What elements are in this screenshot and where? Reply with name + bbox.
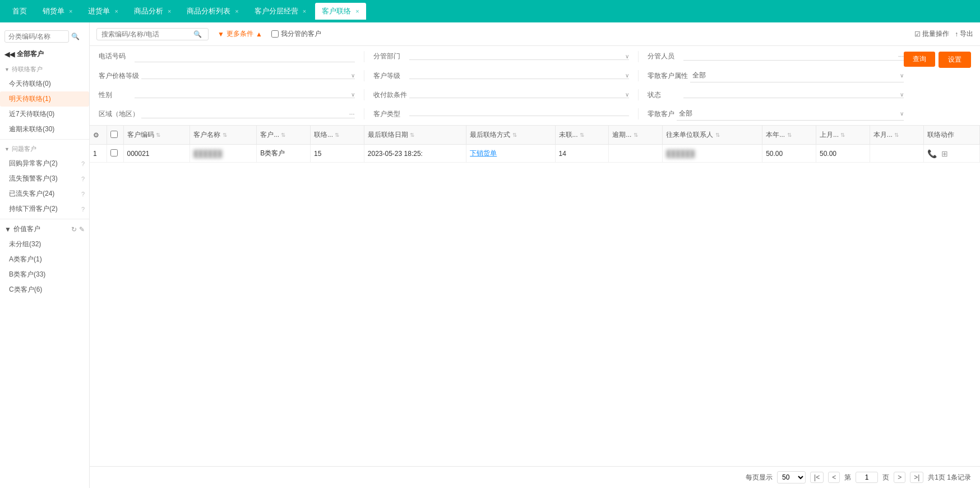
sidebar-item-overdue-contact[interactable]: 逾期未联络(30) (0, 122, 89, 137)
sidebar-item-churned[interactable]: 已流失客户(24) ? (0, 186, 89, 201)
nav-customer-contact-close[interactable]: × (355, 8, 359, 15)
phone-action-icon[interactable]: 📞 (927, 149, 937, 158)
sidebar-item-ungrouped[interactable]: 未分组(32) (0, 237, 89, 252)
th-last-contact-method: 最后联络方式 ⇅ (466, 126, 555, 145)
next-page-btn[interactable]: > (894, 472, 905, 483)
thismonth-sort-icon[interactable]: ⇅ (894, 132, 899, 138)
row-checkbox[interactable] (110, 149, 118, 156)
manager-dots: ··· (898, 52, 904, 60)
prev-page-btn[interactable]: < (828, 472, 840, 483)
last-page-btn[interactable]: >| (910, 472, 923, 483)
sidebar-item-declining[interactable]: 持续下滑客户(2) ? (0, 201, 89, 217)
sidebar-item-tomorrow-contact[interactable]: 明天待联络(1) (0, 91, 89, 107)
my-customer-checkbox[interactable] (271, 30, 279, 38)
filter-payment-select[interactable]: ∨ (409, 91, 630, 98)
filter-dept-select[interactable]: ∨ (409, 53, 630, 60)
search-icon[interactable]: 🔍 (193, 30, 202, 38)
unit-sort-icon[interactable]: ⇅ (715, 132, 720, 138)
filter-manager-select[interactable]: ··· (683, 52, 904, 61)
page-number-input[interactable] (856, 472, 878, 483)
nav-customer-tier[interactable]: 客户分层经营 × (248, 3, 313, 20)
help-icon-4[interactable]: ? (81, 206, 85, 213)
nav-home[interactable]: 首页 (6, 3, 34, 20)
filter-divider-7 (364, 108, 364, 119)
sidebar-item-7day-contact[interactable]: 近7天待联络(0) (0, 107, 89, 122)
filter-divider-1 (364, 51, 364, 62)
code-sort-icon[interactable]: ⇅ (156, 132, 160, 138)
gender-chevron: ∨ (351, 91, 355, 98)
settings-gear-icon[interactable]: ⚙ (93, 131, 99, 139)
edit-icon[interactable]: ✎ (79, 225, 85, 233)
type-sort-icon[interactable]: ⇅ (281, 132, 285, 138)
th-settings[interactable]: ⚙ (90, 126, 107, 145)
my-customer-checkbox-wrap[interactable]: 我分管的客户 (271, 29, 321, 39)
filter-status-select[interactable]: ∨ (683, 91, 904, 98)
top-navigation: 首页 销货单 × 进货单 × 商品分析 × 商品分析列表 × 客户分层经营 × … (0, 0, 980, 22)
filter-price-level: 客户价格等级 ∨ (99, 71, 355, 81)
filter-zero-retail-select[interactable]: 全部 ∨ (690, 69, 904, 82)
grid-action-icon[interactable]: ⊞ (941, 149, 948, 158)
sidebar-item-a-customers[interactable]: A类客户(1) (0, 252, 89, 267)
overdue-sort-icon[interactable]: ⇅ (634, 132, 638, 138)
filter-type-select[interactable] (409, 112, 630, 116)
filter-zero-customer-select[interactable]: 全部 ∨ (677, 107, 904, 121)
filter-row-1: 电话号码 分管部门 ∨ 分管人员 (99, 50, 904, 62)
nav-sales-order-close[interactable]: × (69, 8, 72, 15)
pagination: 每页显示 50 100 200 |< < 第 页 > >| 共1页 1条记录 (90, 466, 980, 488)
export-icon: ↑ (955, 30, 958, 38)
nav-purchase-order-close[interactable]: × (114, 8, 118, 15)
sidebar-all-customers[interactable]: ◀◀ 全部客户 (0, 46, 89, 62)
sidebar-item-b-customers[interactable]: B类客户(33) (0, 267, 89, 282)
sidebar-item-churn-warning[interactable]: 流失预警客户(3) ? (0, 171, 89, 186)
filter-phone-input[interactable] (135, 50, 355, 62)
contact-sort-icon[interactable]: ⇅ (335, 132, 339, 138)
page-size-select[interactable]: 50 100 200 (777, 471, 806, 484)
filter-customer-type: 客户类型 (373, 109, 630, 119)
export-btn[interactable]: ↑ 导出 (955, 29, 973, 39)
nav-product-analysis-list[interactable]: 商品分析列表 × (180, 3, 245, 20)
nav-product-analysis[interactable]: 商品分析 × (127, 3, 178, 20)
reset-button[interactable]: 设置 (939, 52, 971, 68)
nav-sales-order[interactable]: 销货单 × (36, 3, 79, 20)
contact-method-link[interactable]: 下销货单 (470, 149, 497, 157)
lastmonth-sort-icon[interactable]: ⇅ (840, 132, 845, 138)
batch-operation-btn[interactable]: ☑ 批量操作 (914, 29, 949, 39)
help-icon-2[interactable]: ? (81, 176, 85, 182)
select-all-checkbox[interactable] (110, 131, 118, 138)
help-icon-1[interactable]: ? (81, 160, 85, 167)
method-sort-icon[interactable]: ⇅ (512, 132, 517, 138)
refresh-icon[interactable]: ↻ (71, 225, 77, 233)
help-icon-3[interactable]: ? (81, 191, 85, 197)
query-button[interactable]: 查询 (904, 52, 935, 67)
sidebar-search-input[interactable] (4, 30, 69, 43)
date-sort-icon[interactable]: ⇅ (410, 132, 414, 138)
sidebar-search-icon[interactable]: 🔍 (71, 33, 80, 40)
action-icons: 📞 ⊞ (927, 149, 976, 158)
filter-more-btn[interactable]: ▼ 更多条件 ▲ (213, 27, 267, 41)
nav-customer-contact[interactable]: 客户联络 × (315, 3, 366, 20)
filter-gender-select[interactable]: ∨ (135, 91, 355, 98)
year-sort-icon[interactable]: ⇅ (787, 132, 792, 138)
search-input-wrap: 🔍 (96, 28, 209, 40)
sidebar-item-today-contact[interactable]: 今天待联络(0) (0, 76, 89, 91)
name-sort-icon[interactable]: ⇅ (223, 132, 227, 138)
unlisted-sort-icon[interactable]: ⇅ (580, 132, 584, 138)
filter-status: 状态 ∨ (648, 90, 904, 100)
filter-divider-4 (638, 70, 639, 81)
filter-customer-level-select[interactable]: ∨ (409, 72, 630, 79)
first-page-btn[interactable]: |< (810, 472, 824, 483)
nav-purchase-order[interactable]: 进货单 × (81, 3, 124, 20)
nav-product-analysis-close[interactable]: × (168, 8, 171, 15)
toolbar-right: ☑ 批量操作 ↑ 导出 (914, 29, 973, 39)
nav-customer-tier-close[interactable]: × (303, 8, 306, 15)
filter-region-select[interactable]: ··· (141, 110, 355, 118)
td-last-month: 50.00 (816, 145, 870, 163)
filter-icon: ▼ (218, 30, 224, 38)
sidebar-item-repurchase-abnormal[interactable]: 回购异常客户(2) ? (0, 156, 89, 171)
search-input[interactable] (101, 30, 191, 38)
filter-price-select[interactable]: ∨ (141, 72, 355, 79)
sidebar-item-c-customers[interactable]: C类客户(6) (0, 282, 89, 297)
td-last-contact-date: 2023-05-23 18:25: (364, 145, 466, 163)
dept-chevron: ∨ (625, 53, 629, 59)
nav-product-analysis-list-close[interactable]: × (235, 8, 238, 15)
